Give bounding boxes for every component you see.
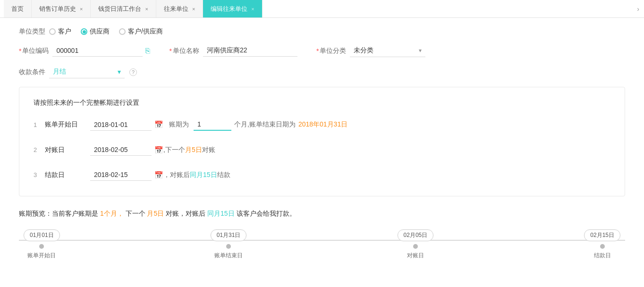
- payment-condition-label: 收款条件: [19, 68, 45, 76]
- tab-contacts[interactable]: 往来单位×: [156, 0, 203, 17]
- timeline-badge: 01月01日: [24, 229, 60, 241]
- timeline-node: 01月31日账单结束日: [211, 229, 247, 260]
- timeline-badge: 01月31日: [211, 229, 247, 241]
- payment-chevron-icon: ▾: [118, 68, 121, 76]
- tab-close-sales-history[interactable]: ×: [80, 6, 83, 12]
- tab-label-contacts: 往来单位: [164, 5, 188, 13]
- preview-highlight3: 同月15日: [207, 210, 235, 217]
- setting-num-2: 2: [34, 146, 45, 153]
- tabs-bar: 首页销售订单历史×钱货日清工作台×往来单位×编辑往来单位×›: [0, 0, 644, 18]
- payment-condition-row: 收款条件 月结 ▾ ?: [19, 66, 625, 78]
- payment-prefix: ，对账后: [163, 171, 190, 179]
- timeline-dot: [413, 244, 418, 249]
- preview-highlight1: 1个月，: [100, 210, 124, 217]
- payment-highlight: 同月15日: [190, 171, 217, 179]
- period-suffix-label: 个月,账单结束日期为: [234, 120, 296, 129]
- period-prefix-label: 账期为: [169, 120, 189, 129]
- timeline-label: 账单开始日: [27, 252, 56, 260]
- preview-suffix: 该客户会给我打款。: [237, 210, 296, 217]
- calendar-icon-3[interactable]: 📅: [154, 171, 163, 179]
- required-star-name: *: [169, 47, 171, 55]
- period-input[interactable]: [194, 118, 231, 131]
- radio-label-customer: 客户: [58, 27, 71, 36]
- setting-num-1: 1: [34, 121, 45, 128]
- radio-group: 客户供应商客户/供应商: [49, 27, 163, 36]
- timeline-dot: [39, 244, 44, 249]
- payment-condition-value: 月结: [53, 68, 66, 76]
- calendar-icon-2[interactable]: 📅: [154, 146, 163, 154]
- timeline-label: 结款日: [594, 252, 611, 260]
- tab-label-sales-history: 销售订单历史: [39, 5, 76, 13]
- unit-category-value: 未分类: [354, 46, 373, 55]
- unit-category-group: * 单位分类 未分类 ▾: [316, 44, 425, 57]
- timeline-dot: [600, 244, 605, 249]
- timeline-node: 02月05日对账日: [398, 229, 434, 260]
- account-end-date-highlight: 2018年01月31日: [298, 120, 347, 129]
- tab-label-home: 首页: [11, 5, 24, 13]
- unit-name-group: * 单位名称: [169, 45, 297, 57]
- tab-close-cashwork[interactable]: ×: [145, 6, 148, 12]
- tab-cashwork[interactable]: 钱货日清工作台×: [91, 0, 156, 17]
- radio-circle-customer: [49, 28, 56, 35]
- unit-code-label: 单位编码: [22, 47, 49, 55]
- reconcile-suffix: 对账: [202, 146, 215, 154]
- reconcile-highlight: 月5日: [185, 146, 202, 154]
- timeline: 01月01日账单开始日01月31日账单结束日02月05日对账日02月15日结款日: [19, 229, 625, 260]
- radio-customer[interactable]: 客户: [49, 27, 71, 36]
- tab-label-edit-contact: 编辑往来单位: [211, 5, 247, 13]
- required-star-cat: *: [316, 47, 319, 55]
- radio-supplier[interactable]: 供应商: [81, 27, 110, 36]
- tab-home[interactable]: 首页: [4, 0, 32, 17]
- calendar-icon-1[interactable]: 📅: [154, 120, 163, 129]
- chevron-down-icon: ▾: [419, 47, 422, 54]
- radio-circle-supplier: [81, 28, 87, 35]
- preview-mid1: 下一个: [126, 210, 145, 217]
- reconcile-label: 对账日: [45, 146, 83, 154]
- tab-close-edit-contact[interactable]: ×: [251, 6, 254, 12]
- timeline-label: 账单结束日: [214, 252, 243, 260]
- radio-both[interactable]: 客户/供应商: [119, 27, 163, 36]
- unit-type-row: 单位类型 客户供应商客户/供应商: [19, 27, 625, 36]
- tab-edit-contact[interactable]: 编辑往来单位×: [203, 0, 262, 17]
- timeline-node: 02月15日结款日: [584, 229, 620, 260]
- tab-close-contacts[interactable]: ×: [192, 6, 195, 12]
- tab-sales-history[interactable]: 销售订单历史×: [32, 0, 91, 17]
- account-start-date[interactable]: [90, 119, 152, 131]
- setting-num-3: 3: [34, 171, 45, 178]
- timeline-nodes: 01月01日账单开始日01月31日账单结束日02月05日对账日02月15日结款日: [24, 229, 620, 260]
- unit-category-label: 单位分类: [320, 47, 346, 55]
- setting-row-3: 3 结款日 📅 ，对账后 同月15日 结款: [34, 169, 610, 181]
- unit-name-label: 单位名称: [173, 47, 199, 55]
- payment-date-label: 结款日: [45, 171, 83, 179]
- reconcile-date[interactable]: [90, 144, 152, 156]
- reconcile-prefix: ,下一个: [163, 146, 185, 154]
- settings-box: 请按照未来的一个完整帐期进行设置 1 账单开始日 📅 账期为 个月,账单结束日期…: [19, 87, 625, 196]
- unit-code-input[interactable]: [52, 45, 143, 57]
- preview-text: 账期预览：当前客户账期是 1个月， 下一个 月5日 对账，对账后 同月15日 该…: [19, 206, 625, 218]
- radio-label-both: 客户/供应商: [128, 27, 163, 36]
- setting-row-1: 1 账单开始日 📅 账期为 个月,账单结束日期为 2018年01月31日: [34, 118, 610, 131]
- settings-title: 请按照未来的一个完整帐期进行设置: [34, 99, 610, 107]
- preview-prefix: 账期预览：当前客户账期是: [19, 210, 98, 217]
- page-content: 单位类型 客户供应商客户/供应商 * 单位编码 ⎘ * 单位名称 * 单位分类 …: [0, 18, 644, 287]
- payment-suffix: 结款: [217, 171, 230, 179]
- copy-icon[interactable]: ⎘: [145, 47, 150, 55]
- preview-mid2: 对账，对账后: [166, 210, 205, 217]
- timeline-label: 对账日: [407, 252, 424, 260]
- tab-label-cashwork: 钱货日清工作台: [98, 5, 141, 13]
- timeline-badge: 02月15日: [584, 229, 620, 241]
- help-icon[interactable]: ?: [129, 68, 137, 76]
- unit-type-label: 单位类型: [19, 27, 45, 36]
- timeline-dot: [226, 244, 231, 249]
- unit-category-dropdown[interactable]: 未分类 ▾: [350, 44, 425, 57]
- account-start-label: 账单开始日: [45, 120, 83, 129]
- unit-code-group: * 单位编码 ⎘: [19, 45, 150, 57]
- payment-condition-dropdown[interactable]: 月结 ▾: [49, 66, 125, 78]
- timeline-node: 01月01日账单开始日: [24, 229, 60, 260]
- radio-label-supplier: 供应商: [90, 27, 110, 36]
- unit-name-input[interactable]: [203, 45, 297, 57]
- unit-fields-row: * 单位编码 ⎘ * 单位名称 * 单位分类 未分类 ▾: [19, 44, 625, 57]
- payment-date[interactable]: [90, 169, 152, 181]
- tabs-arrow[interactable]: ›: [632, 0, 644, 17]
- timeline-badge: 02月05日: [398, 229, 434, 241]
